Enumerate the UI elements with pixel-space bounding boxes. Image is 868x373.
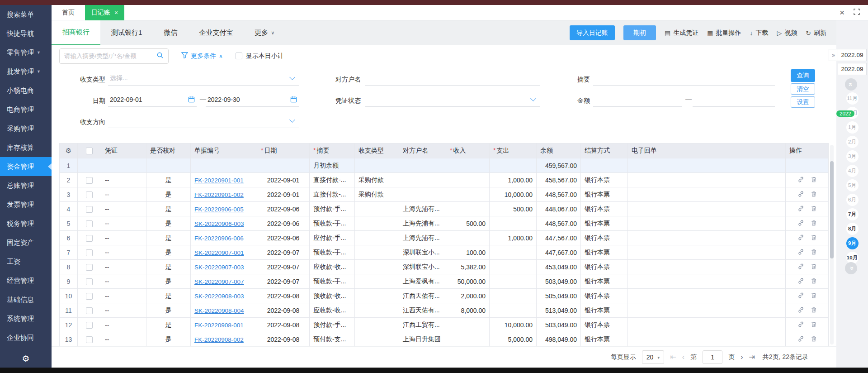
doc-number-link[interactable]: SK-20220908-003 (194, 293, 244, 300)
toolbar-action-4[interactable]: ▷视频 (777, 29, 797, 37)
sidebar-item-18[interactable]: 企业协同 (0, 328, 52, 347)
timeline-month-7[interactable]: 5月 (846, 179, 859, 191)
search-input[interactable] (64, 53, 154, 59)
row-checkbox[interactable] (86, 220, 93, 227)
sidebar-item-16[interactable]: 基础信息 (0, 290, 52, 309)
scrollbar-thumb[interactable] (830, 161, 834, 258)
fullscreen-icon[interactable] (854, 9, 860, 16)
page-size-select[interactable]: 20 ▾ (642, 350, 665, 364)
date-to-input[interactable]: 2022-09-30 (206, 92, 299, 107)
sidebar-item-8[interactable]: 库存核算 (0, 138, 52, 157)
timeline-month-10[interactable]: 8月 (846, 223, 859, 235)
direction-select[interactable] (108, 114, 299, 128)
calendar-icon[interactable] (290, 96, 297, 103)
opening-balance-button[interactable]: 期初 (623, 25, 656, 40)
doc-number-link[interactable]: SK-20220907-003 (194, 264, 244, 271)
next-page-button[interactable]: › (741, 354, 743, 361)
collapse-panel-icon[interactable]: » (829, 49, 838, 61)
amount-to-input[interactable] (693, 92, 775, 107)
attachment-link-icon[interactable] (797, 220, 804, 228)
attachment-link-icon[interactable] (797, 263, 804, 271)
search-icon[interactable] (156, 52, 164, 60)
timeline-month-1[interactable]: 11月 (846, 92, 859, 105)
delete-icon[interactable] (811, 277, 817, 286)
sidebar-item-9[interactable]: 资金管理 (0, 157, 52, 176)
delete-icon[interactable] (811, 234, 817, 242)
delete-icon[interactable] (811, 263, 817, 271)
row-checkbox[interactable] (86, 336, 93, 343)
scroll-months-down-icon[interactable]: « (845, 262, 857, 274)
timeline-month-6[interactable]: 4月 (846, 165, 859, 177)
doc-number-link[interactable]: FK-20220901-002 (194, 191, 244, 198)
voucher-status-select[interactable] (365, 92, 540, 107)
doc-number-link[interactable]: SK-20220907-001 (194, 249, 244, 256)
top-tab-2[interactable]: 日记账× (85, 5, 124, 20)
row-checkbox[interactable] (86, 177, 93, 184)
scroll-months-up-icon[interactable]: « (845, 78, 857, 91)
delete-icon[interactable] (811, 205, 817, 213)
doc-number-link[interactable]: SK-20220908-004 (194, 307, 244, 314)
row-checkbox[interactable] (86, 249, 93, 256)
row-checkbox[interactable] (86, 307, 93, 314)
delete-icon[interactable] (811, 249, 817, 257)
first-page-button[interactable]: ⇤ (670, 354, 676, 361)
period-box-top[interactable]: 2022.09 (838, 49, 867, 61)
more-filters-toggle[interactable]: 更多条件 ∧ (181, 52, 223, 60)
attachment-link-icon[interactable] (797, 335, 804, 344)
bank-tab-3[interactable]: 微信 (153, 20, 188, 45)
doc-number-link[interactable]: FK-20220901-001 (194, 177, 244, 184)
query-button[interactable]: 查询 (791, 69, 815, 82)
table-scrollbar[interactable] (830, 145, 834, 344)
attachment-link-icon[interactable] (797, 321, 804, 329)
attachment-link-icon[interactable] (797, 249, 804, 257)
last-page-button[interactable]: ⇥ (749, 354, 755, 361)
summary-filter-input[interactable] (593, 71, 775, 86)
doc-number-link[interactable]: FK-20220908-001 (194, 322, 244, 329)
attachment-link-icon[interactable] (797, 292, 804, 300)
doc-number-link[interactable]: FK-20220906-006 (194, 235, 244, 242)
timeline-month-11[interactable]: 9月 (846, 237, 859, 249)
attachment-link-icon[interactable] (797, 234, 804, 242)
timeline-month-8[interactable]: 6月 (846, 194, 859, 206)
doc-number-link[interactable]: FK-20220906-005 (194, 206, 244, 213)
show-subtotal-checkbox[interactable] (236, 53, 242, 59)
attachment-link-icon[interactable] (797, 306, 804, 315)
delete-icon[interactable] (811, 335, 817, 344)
top-tab-1[interactable]: 首页 (56, 5, 81, 20)
amount-from-input[interactable] (593, 92, 682, 107)
bank-tab-4[interactable]: 企业支付宝 (188, 20, 244, 45)
counterparty-filter-input[interactable] (365, 71, 540, 86)
doc-number-link[interactable]: SK-20220907-007 (194, 278, 244, 285)
sidebar-item-7[interactable]: 采购管理 (0, 119, 52, 138)
sidebar-item-4[interactable]: 批发管理▼ (0, 62, 52, 81)
settings-gear-icon[interactable]: ⚙ (0, 354, 52, 364)
delete-icon[interactable] (811, 176, 817, 184)
attachment-link-icon[interactable] (797, 205, 804, 213)
timeline-month-5[interactable]: 3月 (846, 150, 859, 163)
bank-tab-2[interactable]: 测试银行1 (100, 20, 153, 45)
timeline-month-9[interactable]: 7月 (846, 208, 859, 220)
doc-number-link[interactable]: FK-20220908-002 (194, 336, 244, 343)
row-checkbox[interactable] (86, 293, 93, 300)
clear-button[interactable]: 清空 (791, 83, 815, 95)
calendar-icon[interactable] (188, 96, 195, 103)
attachment-link-icon[interactable] (797, 191, 804, 199)
close-tab-icon[interactable]: × (114, 9, 118, 16)
sidebar-item-2[interactable]: 快捷导航 (0, 24, 52, 43)
toolbar-action-5[interactable]: ↻刷新 (806, 29, 826, 37)
close-icon[interactable]: × (840, 8, 844, 17)
attachment-link-icon[interactable] (797, 277, 804, 286)
attachment-link-icon[interactable] (797, 176, 804, 184)
period-box-bottom[interactable]: 2022.09 (838, 63, 867, 75)
sidebar-item-3[interactable]: 零售管理▼ (0, 43, 52, 62)
delete-icon[interactable] (811, 292, 817, 300)
row-checkbox[interactable] (86, 206, 93, 213)
sidebar-item-6[interactable]: 电商管理 (0, 100, 52, 119)
select-all-checkbox[interactable] (86, 148, 93, 154)
settings-button[interactable]: 设置 (791, 96, 815, 108)
row-checkbox[interactable] (86, 322, 93, 329)
sidebar-item-1[interactable]: 搜索菜单 (0, 5, 52, 24)
row-checkbox[interactable] (86, 235, 93, 242)
toolbar-action-3[interactable]: ↓下载 (750, 29, 768, 37)
timeline-month-3[interactable]: 1月 (846, 121, 859, 134)
